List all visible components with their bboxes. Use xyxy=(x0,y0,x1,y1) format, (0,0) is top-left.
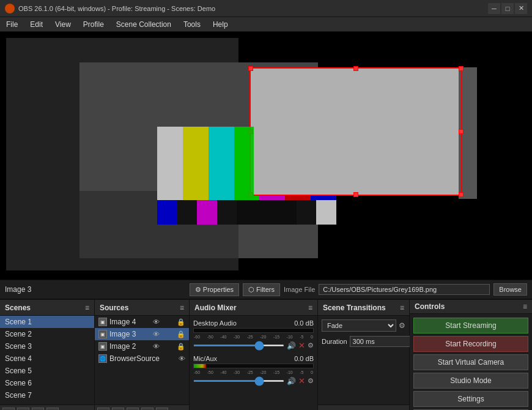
close-button[interactable]: ✕ xyxy=(515,3,527,14)
transition-type-row: Fade Cut Swipe Slide ⚙ xyxy=(322,319,405,332)
mic-aux-slider[interactable] xyxy=(193,380,284,382)
source-visibility-icon[interactable]: 👁 xyxy=(153,318,160,326)
scenes-menu-icon[interactable]: ≡ xyxy=(85,304,89,312)
scene-item-3[interactable]: Scene 3 xyxy=(0,340,94,352)
bottom-panels: Scenes ≡ Scene 1 Scene 2 Scene 3 Scene 4… xyxy=(0,299,532,410)
menu-tools[interactable]: Tools xyxy=(177,17,207,31)
scene-item-4[interactable]: Scene 4 xyxy=(0,352,94,365)
menubar: File Edit View Profile Scene Collection … xyxy=(0,17,532,32)
mic-aux-mute-icon[interactable]: 🔊 xyxy=(287,377,296,386)
mic-aux-scale: -60-50-40-30-25-20-15-10-50 xyxy=(193,370,314,375)
audio-mixer-panel: Audio Mixer ≡ Desktop Audio 0.0 dB -60-5… xyxy=(190,300,318,410)
start-recording-button[interactable]: Start Recording xyxy=(413,336,528,352)
gear-icon: ⚙ xyxy=(195,286,201,294)
source-visibility-icon[interactable]: 👁 xyxy=(153,343,160,350)
source-item-image2[interactable]: ▣ Image 2 👁 🔒 xyxy=(95,340,189,352)
source-label: Image 2 xyxy=(109,342,136,351)
menu-view[interactable]: View xyxy=(49,17,77,31)
controls-menu-icon[interactable]: ≡ xyxy=(523,302,527,311)
mic-aux-name: Mic/Aux xyxy=(193,355,217,362)
source-lock-icon[interactable]: 🔒 xyxy=(177,318,185,326)
scene-item-6[interactable]: Scene 6 xyxy=(0,377,94,389)
scene-item-1[interactable]: Scene 1 xyxy=(0,316,94,328)
start-virtual-camera-button[interactable]: Start Virtual Camera xyxy=(413,354,528,370)
scene-item-5[interactable]: Scene 5 xyxy=(0,365,94,377)
image-file-path[interactable] xyxy=(319,284,490,295)
menu-help[interactable]: Help xyxy=(207,17,234,31)
scenes-list: Scene 1 Scene 2 Scene 3 Scene 4 Scene 5 … xyxy=(0,316,94,404)
mic-aux-meter xyxy=(193,363,314,368)
maximize-button[interactable]: □ xyxy=(501,3,514,14)
studio-mode-button[interactable]: Studio Mode xyxy=(413,373,528,389)
transition-gear-icon[interactable]: ⚙ xyxy=(399,321,405,330)
duration-label: Duration xyxy=(322,338,347,345)
desktop-audio-scale: -60-50-40-30-25-20-15-10-50 xyxy=(193,335,314,339)
source-label: Image 4 xyxy=(109,318,136,326)
desktop-audio-slider[interactable] xyxy=(193,345,284,346)
sources-list: ▣ Image 4 👁 🔒 ▣ Image 3 👁 🔒 ▣ Image 2 👁 … xyxy=(95,316,189,404)
selected-source-name: Image 3 xyxy=(5,285,31,294)
scenes-down-button[interactable]: ∨ xyxy=(46,408,59,411)
menu-file[interactable]: File xyxy=(0,17,24,31)
transition-duration-row: Duration ▲ ▼ xyxy=(322,335,405,348)
desktop-audio-x-icon[interactable]: ✕ xyxy=(298,341,305,350)
scenes-add-button[interactable]: + xyxy=(2,408,15,411)
scenes-remove-button[interactable]: − xyxy=(17,408,29,411)
scenes-footer: + − ∧ ∨ xyxy=(0,404,94,410)
filters-button[interactable]: ⬡ Filters xyxy=(243,283,280,296)
source-item-image3[interactable]: ▣ Image 3 👁 🔒 xyxy=(95,328,189,340)
desktop-audio-mute-icon[interactable]: 🔊 xyxy=(287,341,296,350)
preview-canvas xyxy=(0,32,532,280)
sources-remove-button[interactable]: − xyxy=(112,408,124,411)
sources-down-button[interactable]: ∨ xyxy=(156,408,168,411)
sources-menu-icon[interactable]: ≡ xyxy=(180,304,184,312)
browse-button[interactable]: Browse xyxy=(493,283,527,296)
mic-aux-x-icon[interactable]: ✕ xyxy=(298,376,305,386)
sources-panel: Sources ≡ ▣ Image 4 👁 🔒 ▣ Image 3 👁 🔒 ▣ … xyxy=(95,300,190,410)
transition-type-select[interactable]: Fade Cut Swipe Slide xyxy=(322,319,396,332)
sources-up-button[interactable]: ∧ xyxy=(141,408,153,411)
menu-edit[interactable]: Edit xyxy=(24,17,49,31)
source-label: BrowserSource xyxy=(109,354,160,363)
image-file-label: Image File xyxy=(284,286,315,293)
transitions-menu-icon[interactable]: ≡ xyxy=(400,304,404,312)
scene-item-7[interactable]: Scene 7 xyxy=(0,389,94,401)
sources-add-button[interactable]: + xyxy=(97,408,109,411)
toolbar: Image 3 ⚙ Properties ⬡ Filters Image Fil… xyxy=(0,280,532,299)
source-lock-icon[interactable]: 🔒 xyxy=(177,343,185,351)
minimize-button[interactable]: ─ xyxy=(488,3,500,14)
source-label: Image 3 xyxy=(109,330,136,338)
sources-properties-button[interactable]: ⚙ xyxy=(127,408,139,411)
scene-transitions-panel: Scene Transitions ≡ Fade Cut Swipe Slide… xyxy=(318,300,410,410)
app-icon xyxy=(5,4,15,13)
audio-mixer-header: Audio Mixer ≡ xyxy=(190,300,317,316)
source-type-icon: ▣ xyxy=(98,330,107,338)
mic-aux-channel: Mic/Aux 0.0 dB -60-50-40-30-25-20-15-10-… xyxy=(193,355,314,386)
filter-icon: ⬡ xyxy=(248,286,254,294)
mic-aux-gear-icon[interactable]: ⚙ xyxy=(308,377,314,385)
audio-mixer-menu-icon[interactable]: ≡ xyxy=(308,304,312,312)
desktop-audio-channel: Desktop Audio 0.0 dB -60-50-40-30-25-20-… xyxy=(193,319,314,350)
desktop-audio-gear-icon[interactable]: ⚙ xyxy=(308,341,314,349)
scenes-header: Scenes ≡ xyxy=(0,300,94,316)
sources-footer: + − ⚙ ∧ ∨ xyxy=(95,404,189,410)
settings-button[interactable]: Settings xyxy=(413,391,528,407)
source-lock-icon[interactable]: 🔒 xyxy=(177,330,185,338)
source-item-image4[interactable]: ▣ Image 4 👁 🔒 xyxy=(95,316,189,328)
controls-panel: Controls ≡ Start Streaming Start Recordi… xyxy=(410,300,532,410)
start-streaming-button[interactable]: Start Streaming xyxy=(413,318,528,334)
source-type-icon: 🌐 xyxy=(98,354,107,363)
desktop-audio-meter xyxy=(193,328,314,333)
source-visibility-icon[interactable]: 👁 xyxy=(179,355,185,362)
source-visibility-icon[interactable]: 👁 xyxy=(153,330,160,338)
scenes-up-button[interactable]: ∧ xyxy=(32,408,44,411)
menu-scene-collection[interactable]: Scene Collection xyxy=(110,17,177,31)
controls-header: Controls ≡ xyxy=(410,300,532,314)
source-item-browser[interactable]: 🌐 BrowserSource 👁 xyxy=(95,352,189,365)
desktop-audio-name: Desktop Audio xyxy=(193,319,237,327)
scene-transitions-header: Scene Transitions ≡ xyxy=(318,300,409,316)
desktop-audio-db: 0.0 dB xyxy=(294,319,314,327)
properties-button[interactable]: ⚙ Properties xyxy=(190,283,239,296)
menu-profile[interactable]: Profile xyxy=(77,17,110,31)
scene-item-2[interactable]: Scene 2 xyxy=(0,328,94,340)
